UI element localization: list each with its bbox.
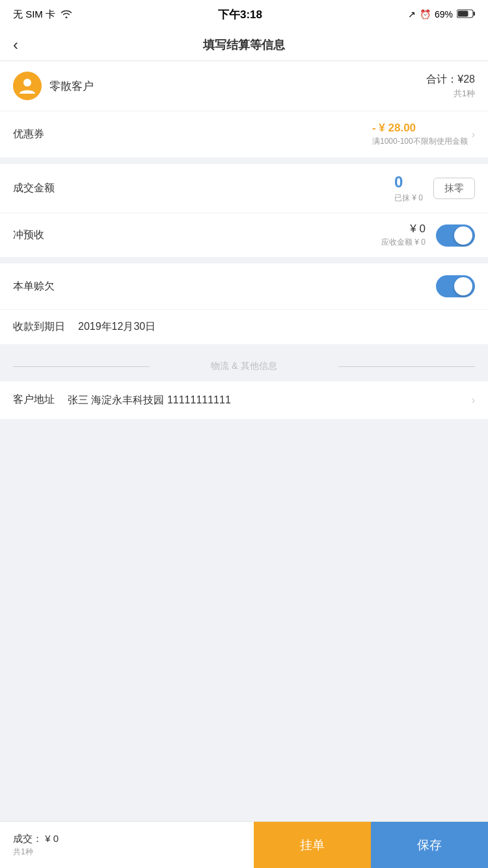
- back-button[interactable]: ‹: [13, 36, 18, 54]
- precollect-sub: 应收金额 ¥ 0: [381, 237, 426, 248]
- avatar: [13, 72, 42, 100]
- page-title: 填写结算等信息: [203, 37, 285, 53]
- customer-right: 合计：¥28 共1种: [426, 73, 475, 100]
- deal-label: 成交金额: [13, 182, 55, 195]
- save-button[interactable]: 保存: [371, 822, 488, 869]
- customer-name: 零散客户: [49, 79, 94, 94]
- debt-row: 本单赊欠: [0, 264, 488, 309]
- precollect-row: 冲预收 ¥ 0 应收金额 ¥ 0: [0, 213, 488, 257]
- logistics-divider: 物流 & 其他信息: [0, 351, 488, 381]
- alarm-icon: ⏰: [420, 9, 431, 20]
- status-right: ↗ ⏰ 69%: [408, 9, 475, 20]
- precollect-amount: ¥ 0: [381, 223, 426, 236]
- svg-point-3: [23, 79, 31, 87]
- hang-button[interactable]: 挂单: [254, 822, 371, 869]
- customer-left: 零散客户: [13, 72, 94, 100]
- precollect-label: 冲预收: [13, 228, 44, 242]
- due-date-value: 2019年12月30日: [78, 320, 156, 334]
- total-amount: 合计：¥28: [426, 73, 475, 87]
- deal-row: 成交金额 0 已抹 ¥ 0 抹零: [0, 164, 488, 213]
- svg-rect-1: [473, 12, 475, 16]
- logistics-text: 物流 & 其他信息: [211, 360, 277, 371]
- debt-label: 本单赊欠: [13, 280, 55, 293]
- address-chevron-icon: ›: [472, 394, 475, 406]
- coupon-right: - ¥ 28.00 满1000-100不限制使用金额 ›: [372, 122, 475, 147]
- round-button[interactable]: 抹零: [433, 178, 475, 199]
- address-section: 客户地址 张三 海淀永丰科技园 11111111111 ›: [0, 381, 488, 419]
- due-date-label: 收款到期日: [13, 320, 65, 334]
- status-bar: 无 SIM 卡 下午3:18 ↗ ⏰ 69%: [0, 0, 488, 29]
- deal-sub: 已抹 ¥ 0: [394, 193, 423, 204]
- deal-value: 0: [394, 173, 423, 191]
- battery-icon: [457, 9, 475, 20]
- precollect-values: ¥ 0 应收金额 ¥ 0: [381, 223, 426, 248]
- location-icon: ↗: [408, 9, 416, 20]
- debt-section: 本单赊欠 收款到期日 2019年12月30日: [0, 264, 488, 344]
- coupon-label: 优惠券: [13, 128, 44, 141]
- address-row[interactable]: 客户地址 张三 海淀永丰科技园 11111111111 ›: [0, 381, 488, 419]
- coupon-desc: 满1000-100不限制使用金额: [372, 136, 468, 147]
- status-left: 无 SIM 卡: [13, 8, 72, 21]
- debt-toggle[interactable]: [436, 275, 475, 297]
- due-row: 收款到期日 2019年12月30日: [0, 309, 488, 344]
- nav-bar: ‹ 填写结算等信息: [0, 29, 488, 61]
- total-count: 共1种: [426, 88, 475, 100]
- address-value: 张三 海淀永丰科技园 11111111111: [68, 393, 231, 407]
- status-time: 下午3:18: [218, 7, 262, 22]
- precollect-right: ¥ 0 应收金额 ¥ 0: [381, 223, 475, 248]
- deal-section: 成交金额 0 已抹 ¥ 0 抹零 冲预收 ¥ 0 应收金额 ¥ 0: [0, 164, 488, 257]
- bottom-count-label: 共1种: [13, 847, 241, 858]
- customer-section: 零散客户 合计：¥28 共1种 优惠券 - ¥ 28.00 满1000-100不…: [0, 61, 488, 157]
- coupon-amount: - ¥ 28.00: [372, 122, 468, 135]
- chevron-right-icon: ›: [472, 129, 475, 141]
- deal-right: 0 已抹 ¥ 0 抹零: [394, 173, 475, 204]
- battery-label: 69%: [435, 9, 453, 20]
- coupon-row[interactable]: 优惠券 - ¥ 28.00 满1000-100不限制使用金额 ›: [0, 111, 488, 157]
- customer-row: 零散客户 合计：¥28 共1种: [0, 61, 488, 111]
- precollect-toggle[interactable]: [436, 224, 475, 247]
- bottom-bar: 成交： ¥ 0 共1种 挂单 保存: [0, 821, 488, 868]
- wifi-icon: [61, 9, 72, 20]
- svg-rect-2: [457, 10, 468, 16]
- sim-label: 无 SIM 卡: [13, 8, 55, 21]
- address-label: 客户地址: [13, 393, 55, 407]
- bottom-info: 成交： ¥ 0 共1种: [0, 833, 254, 858]
- address-content: 客户地址 张三 海淀永丰科技园 11111111111: [13, 393, 231, 407]
- bottom-deal-label: 成交： ¥ 0: [13, 833, 241, 845]
